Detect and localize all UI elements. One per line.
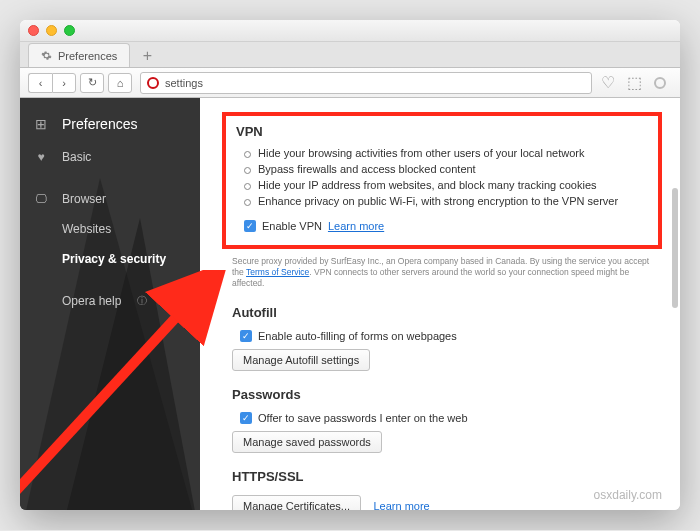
autofill-label: Enable auto-filling of forms on webpages: [258, 330, 457, 342]
opera-menu-icon[interactable]: [652, 75, 668, 91]
watermark: osxdaily.com: [594, 488, 662, 502]
sidebar-item-basic[interactable]: ♥ Basic: [20, 142, 200, 172]
sidebar-item-browser[interactable]: 🖵 Browser: [20, 184, 200, 214]
passwords-checkbox[interactable]: ✓: [240, 412, 252, 424]
vpn-bullet: Hide your browsing activities from other…: [244, 145, 648, 161]
vpn-highlight-box: VPN Hide your browsing activities from o…: [222, 112, 662, 249]
address-bar[interactable]: settings: [140, 72, 592, 94]
back-button[interactable]: ‹: [28, 73, 52, 93]
vpn-learn-more-link[interactable]: Learn more: [328, 220, 384, 232]
scrollbar[interactable]: [672, 188, 678, 500]
titlebar: [20, 20, 680, 42]
scrollbar-thumb[interactable]: [672, 188, 678, 308]
opera-icon: [147, 77, 159, 89]
home-button[interactable]: ⌂: [108, 73, 132, 93]
heart-icon: ♥: [34, 150, 48, 164]
enable-vpn-row: ✓ Enable VPN Learn more: [236, 217, 648, 235]
main-panel: VPN Hide your browsing activities from o…: [200, 98, 680, 510]
passwords-heading: Passwords: [232, 387, 652, 402]
maximize-window-button[interactable]: [64, 25, 75, 36]
tab-label: Preferences: [58, 50, 117, 62]
terms-link[interactable]: Terms of Service: [246, 267, 309, 277]
download-icon[interactable]: ⬚: [626, 75, 642, 91]
manage-certificates-button[interactable]: Manage Certificates...: [232, 495, 361, 510]
minimize-window-button[interactable]: [46, 25, 57, 36]
autofill-row: ✓ Enable auto-filling of forms on webpag…: [232, 327, 652, 345]
enable-vpn-checkbox[interactable]: ✓: [244, 220, 256, 232]
autofill-heading: Autofill: [232, 305, 652, 320]
https-learn-more-link[interactable]: Learn more: [373, 500, 429, 510]
autofill-section: Autofill ✓ Enable auto-filling of forms …: [222, 299, 662, 381]
reload-button[interactable]: ↻: [80, 73, 104, 93]
sidebar-header: ⊞ Preferences: [20, 106, 200, 142]
toolbar: ‹ › ↻ ⌂ settings ♡ ⬚: [20, 68, 680, 98]
address-text: settings: [165, 77, 203, 89]
grid-icon: ⊞: [34, 116, 48, 132]
monitor-icon: 🖵: [34, 192, 48, 206]
heart-icon[interactable]: ♡: [600, 75, 616, 91]
enable-vpn-label: Enable VPN: [262, 220, 322, 232]
passwords-label: Offer to save passwords I enter on the w…: [258, 412, 468, 424]
https-heading: HTTPS/SSL: [232, 469, 652, 484]
new-tab-button[interactable]: +: [134, 45, 160, 67]
sidebar-item-help[interactable]: Opera help ⓘ: [20, 286, 200, 316]
forward-button[interactable]: ›: [52, 73, 76, 93]
manage-passwords-button[interactable]: Manage saved passwords: [232, 431, 382, 453]
tab-preferences[interactable]: Preferences: [28, 43, 130, 67]
close-window-button[interactable]: [28, 25, 39, 36]
vpn-bullet: Bypass firewalls and access blocked cont…: [244, 161, 648, 177]
toolbar-right: ♡ ⬚: [600, 75, 672, 91]
vpn-bullet: Hide your IP address from websites, and …: [244, 177, 648, 193]
manage-autofill-button[interactable]: Manage Autofill settings: [232, 349, 370, 371]
https-section: HTTPS/SSL Manage Certificates... Learn m…: [222, 463, 662, 510]
window-controls: [28, 25, 75, 36]
sidebar-item-websites[interactable]: Websites: [20, 214, 200, 244]
browser-window: Preferences + ‹ › ↻ ⌂ settings ♡ ⬚ ⊞ Pre…: [20, 20, 680, 510]
gear-icon: [41, 50, 52, 61]
content-area: ⊞ Preferences ♥ Basic 🖵 Browser Websites…: [20, 98, 680, 510]
help-icon: ⓘ: [137, 294, 147, 308]
vpn-heading: VPN: [236, 124, 648, 139]
tab-bar: Preferences +: [20, 42, 680, 68]
sidebar-item-privacy[interactable]: Privacy & security: [20, 244, 200, 274]
vpn-bullet-list: Hide your browsing activities from other…: [236, 145, 648, 209]
nav-back-forward: ‹ ›: [28, 73, 76, 93]
vpn-bullet: Enhance privacy on public Wi-Fi, with st…: [244, 193, 648, 209]
sidebar: ⊞ Preferences ♥ Basic 🖵 Browser Websites…: [20, 98, 200, 510]
passwords-row: ✓ Offer to save passwords I enter on the…: [232, 409, 652, 427]
passwords-section: Passwords ✓ Offer to save passwords I en…: [222, 381, 662, 463]
vpn-fineprint: Secure proxy provided by SurfEasy Inc., …: [222, 253, 662, 299]
autofill-checkbox[interactable]: ✓: [240, 330, 252, 342]
